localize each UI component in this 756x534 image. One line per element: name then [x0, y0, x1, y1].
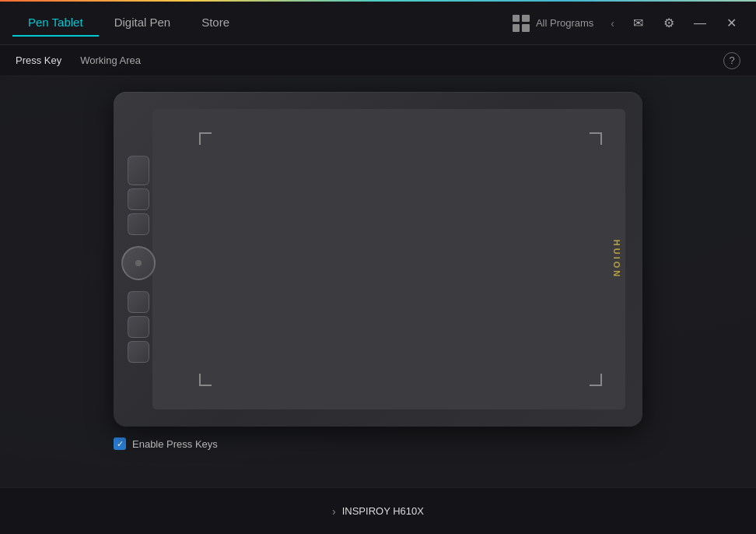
key-btn-2[interactable] — [128, 188, 149, 210]
dial-container — [121, 241, 156, 285]
tab-digital-pen[interactable]: Digital Pen — [99, 9, 187, 37]
tablet-illustration: HUION — [114, 92, 642, 427]
nav-tabs: Pen Tablet Digital Pen Store — [12, 9, 506, 37]
close-icon-btn[interactable]: ✕ — [719, 11, 744, 36]
corner-tr — [590, 132, 602, 145]
tab-store[interactable]: Store — [186, 9, 245, 37]
sub-nav-working-area[interactable]: Working Area — [80, 50, 153, 71]
key-btn-3[interactable] — [128, 213, 149, 235]
app-window: Pen Tablet Digital Pen Store All Program… — [0, 0, 756, 534]
minimize-icon-btn[interactable]: — — [688, 11, 712, 36]
enable-press-keys-checkbox[interactable]: ✓ — [114, 437, 126, 450]
brand-text: HUION — [612, 240, 621, 279]
nav-back-arrow[interactable]: ‹ — [606, 14, 619, 33]
corner-br — [590, 374, 602, 386]
bottom-bar: › INSPIROY H610X — [0, 487, 756, 534]
help-button[interactable]: ? — [723, 52, 740, 69]
main-content: HUION ✓ Ena — [0, 76, 756, 487]
tablet-buttons — [121, 156, 156, 363]
device-footer: › INSPIROY H610X — [16, 505, 740, 518]
device-name-label: INSPIROY H610X — [342, 505, 424, 517]
apps-icon-btn[interactable]: All Programs — [506, 12, 600, 35]
title-bar: Pen Tablet Digital Pen Store All Program… — [0, 2, 756, 45]
checkbox-check-icon: ✓ — [117, 440, 124, 448]
apps-grid-icon — [513, 15, 530, 32]
sub-nav-press-key[interactable]: Press Key — [16, 50, 74, 71]
settings-icon-btn[interactable]: ⚙ — [656, 11, 681, 36]
key-btn-4[interactable] — [128, 291, 149, 313]
key-btn-1[interactable] — [128, 156, 149, 185]
tablet-dial[interactable] — [121, 246, 156, 280]
mail-icon-btn[interactable]: ✉ — [625, 11, 650, 36]
all-programs-label: All Programs — [536, 17, 593, 29]
device-expand-arrow[interactable]: › — [332, 505, 336, 518]
key-btn-6[interactable] — [128, 341, 149, 363]
tab-pen-tablet[interactable]: Pen Tablet — [12, 9, 99, 37]
tablet-active-area — [152, 109, 625, 409]
sub-nav: Press Key Working Area ? — [0, 45, 756, 76]
corner-tl — [199, 132, 212, 145]
key-btn-5[interactable] — [128, 316, 149, 338]
title-bar-right: All Programs ‹ ✉ ⚙ — ✕ — [506, 11, 744, 36]
corner-bl — [199, 374, 212, 386]
enable-keys-row: ✓ Enable Press Keys — [114, 437, 642, 450]
enable-press-keys-label: Enable Press Keys — [132, 438, 218, 450]
